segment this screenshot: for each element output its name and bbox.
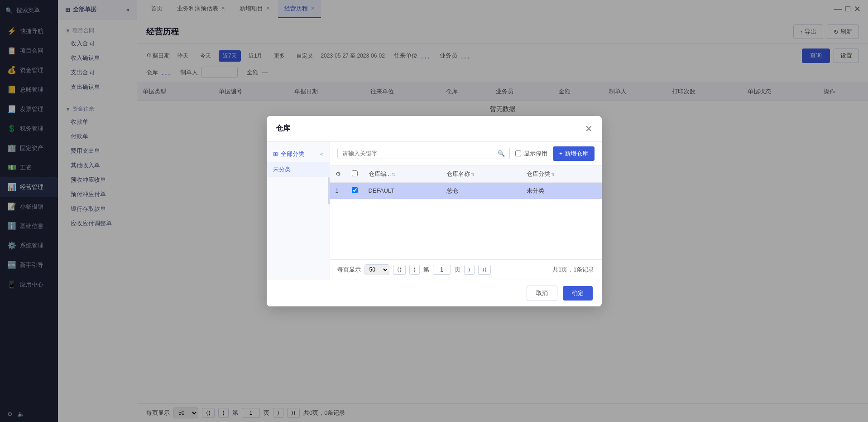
modal-last-page-btn[interactable]: ⟩⟩ [478, 265, 491, 275]
modal-per-page-label: 每页显示 [337, 266, 361, 274]
col-settings-icon: ⚙ [330, 166, 346, 183]
modal-first-page-btn[interactable]: ⟨⟨ [393, 265, 406, 275]
col-checkbox [346, 166, 363, 183]
show-disabled-checkbox[interactable] [515, 150, 521, 156]
modal-title: 仓库 [276, 124, 290, 133]
row-checkbox-cell [346, 182, 363, 199]
sort-name-icon: ⇅ [471, 172, 475, 177]
col-warehouse-code: 仓库编...⇅ [363, 166, 441, 183]
modal-header: 仓库 ✕ [267, 116, 602, 142]
grid-category-icon: ⊞ [273, 150, 278, 157]
modal-overlay: 仓库 ✕ ⊞ 全部分类 « 未分类 [0, 0, 868, 422]
add-warehouse-button[interactable]: + 新增仓库 [553, 146, 595, 161]
left-scrollbar[interactable] [328, 177, 330, 204]
modal-page-label: 第 [423, 266, 429, 274]
col-warehouse-name: 仓库名称⇅ [441, 166, 521, 183]
warehouse-modal: 仓库 ✕ ⊞ 全部分类 « 未分类 [267, 116, 602, 306]
select-all-checkbox[interactable] [352, 170, 358, 176]
modal-page-suffix: 页 [455, 266, 460, 274]
modal-search-input[interactable] [342, 150, 495, 157]
modal-table: ⚙ 仓库编...⇅ 仓库名称⇅ [330, 166, 602, 199]
modal-search-box[interactable]: 🔍 [337, 148, 510, 159]
gear-icon[interactable]: ⚙ [336, 170, 341, 177]
modal-page-input[interactable] [433, 265, 451, 275]
row-index: 1 [330, 182, 346, 199]
last-icon: ⟩⟩ [482, 267, 487, 273]
modal-left-panel: ⊞ 全部分类 « 未分类 [267, 142, 330, 280]
modal-close-button[interactable]: ✕ [585, 123, 593, 134]
next-icon: ⟩ [468, 267, 470, 273]
all-category-label: 全部分类 [281, 150, 304, 158]
modal-right-panel: 🔍 显示停用 + 新增仓库 [330, 142, 602, 280]
modal-all-category[interactable]: ⊞ 全部分类 « [267, 146, 330, 162]
collapse-left-icon[interactable]: « [320, 151, 323, 157]
modal-toolbar: 🔍 显示停用 + 新增仓库 [330, 142, 602, 166]
modal-table-area: ⚙ 仓库编...⇅ 仓库名称⇅ [330, 166, 602, 259]
show-disabled-label: 显示停用 [524, 150, 547, 158]
uncategorized-label: 未分类 [273, 166, 291, 173]
modal-total-text: 共1页，1条记录 [552, 266, 594, 274]
prev-icon: ⟨ [413, 267, 416, 273]
cancel-button[interactable]: 取消 [527, 286, 557, 301]
row-checkbox[interactable] [352, 187, 358, 193]
sort-cat-icon: ⇅ [551, 172, 555, 177]
row-code: DEFAULT [363, 182, 441, 199]
first-icon: ⟨⟨ [397, 267, 402, 273]
row-category: 未分类 [521, 182, 601, 199]
modal-search-icon[interactable]: 🔍 [498, 150, 505, 157]
col-warehouse-category: 仓库分类⇅ [521, 166, 601, 183]
plus-icon: + [559, 150, 563, 157]
modal-table-header: ⚙ 仓库编...⇅ 仓库名称⇅ [330, 166, 602, 183]
row-name: 总仓 [441, 182, 521, 199]
show-disabled-container: 显示停用 [515, 150, 547, 158]
sort-code-icon: ⇅ [392, 172, 395, 177]
modal-next-page-btn[interactable]: ⟩ [464, 265, 475, 275]
modal-uncategorized[interactable]: 未分类 [267, 162, 330, 177]
modal-body: ⊞ 全部分类 « 未分类 🔍 [267, 142, 602, 280]
modal-pagination: 每页显示 50 100 ⟨⟨ ⟨ 第 页 ⟩ [330, 259, 602, 280]
modal-prev-page-btn[interactable]: ⟨ [409, 265, 420, 275]
confirm-button[interactable]: 确定 [563, 286, 593, 301]
modal-per-page-select[interactable]: 50 100 [364, 264, 389, 275]
modal-footer: 取消 确定 [267, 280, 602, 306]
modal-table-row[interactable]: 1 DEFAULT 总仓 未分类 [330, 182, 602, 199]
add-warehouse-label: 新增仓库 [565, 150, 588, 158]
